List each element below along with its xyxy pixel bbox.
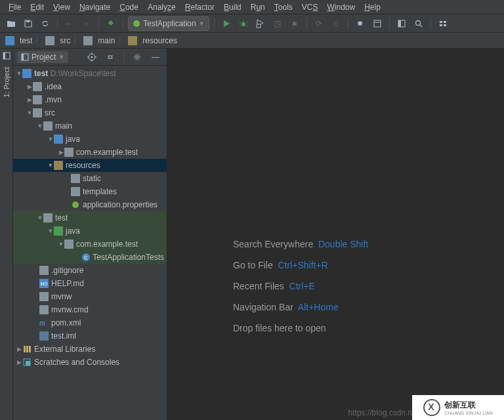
menu-bar: File Edit View Navigate Code Analyze Ref…: [0, 0, 504, 14]
panel-title-label: Project: [32, 52, 56, 62]
project-panel: Project ▼ — test D:\WorkSpace\test .idea…: [13, 49, 167, 420]
watermark-url: https://blog.csdn.n: [348, 408, 412, 417]
forward-icon[interactable]: →: [79, 16, 94, 31]
tree-node[interactable]: mvnw: [13, 290, 167, 303]
menu-analyze[interactable]: Analyze: [143, 1, 180, 14]
breadcrumb-item[interactable]: test: [5, 36, 32, 45]
vcs-icon[interactable]: ⎌: [329, 16, 343, 31]
menu-refactor[interactable]: Refactor: [180, 1, 219, 14]
menu-build[interactable]: Build: [219, 1, 246, 14]
tree-node-selected[interactable]: resources: [13, 159, 167, 172]
tool-tab-project[interactable]: 1: Project: [3, 64, 10, 100]
maven-icon: m: [39, 318, 49, 327]
tree-scratches[interactable]: Scratches and Consoles: [13, 356, 167, 369]
tree-node[interactable]: .idea: [13, 80, 167, 93]
library-icon: [22, 345, 32, 354]
tree-node[interactable]: com.example.test: [13, 238, 167, 251]
tree-node[interactable]: .mvn: [13, 93, 167, 106]
tree-node[interactable]: java: [13, 133, 167, 146]
locate-icon[interactable]: [85, 50, 99, 64]
menu-navigate[interactable]: Navigate: [75, 1, 115, 14]
tree-node[interactable]: com.example.test: [13, 146, 167, 159]
svg-rect-33: [29, 346, 31, 352]
tree-node[interactable]: test.iml: [13, 329, 167, 343]
hide-icon[interactable]: —: [148, 50, 163, 64]
search-icon[interactable]: [411, 16, 426, 31]
menu-code[interactable]: Code: [115, 1, 143, 14]
svg-rect-17: [22, 54, 24, 60]
build-icon[interactable]: [104, 16, 118, 31]
gear-icon[interactable]: [130, 50, 144, 64]
breadcrumb-item[interactable]: resources: [128, 36, 177, 45]
svg-point-2: [242, 22, 245, 26]
tree-node[interactable]: application.properties: [13, 198, 167, 211]
menu-view[interactable]: View: [49, 1, 75, 14]
tree-node[interactable]: test: [13, 211, 167, 224]
coverage-icon[interactable]: [253, 16, 268, 31]
back-icon[interactable]: ←: [62, 16, 77, 31]
menu-window[interactable]: Window: [322, 1, 360, 14]
menu-file[interactable]: File: [4, 1, 26, 14]
stop-icon[interactable]: ■: [287, 16, 302, 31]
breadcrumb-item[interactable]: src: [45, 36, 70, 45]
open-icon[interactable]: [4, 16, 18, 31]
svg-rect-12: [440, 24, 442, 26]
hint-label: Search Everywhere: [233, 239, 313, 249]
save-icon[interactable]: [21, 16, 35, 31]
more-icon[interactable]: [436, 16, 450, 31]
tree-node[interactable]: MDHELP.md: [13, 277, 167, 290]
tree-node[interactable]: CTestApplicationTests: [13, 251, 167, 264]
run-icon[interactable]: [219, 16, 234, 31]
svg-rect-11: [444, 21, 446, 23]
breadcrumb: test 〉 src 〉 main 〉 resources: [0, 33, 504, 49]
menu-help[interactable]: Help: [360, 1, 385, 14]
project-tool-icon[interactable]: [2, 51, 11, 60]
svg-rect-4: [374, 20, 381, 27]
menu-edit[interactable]: Edit: [26, 1, 49, 14]
breadcrumb-item[interactable]: main: [83, 36, 115, 45]
tree-node[interactable]: templates: [13, 185, 167, 198]
tree-node[interactable]: main: [13, 119, 167, 133]
tree-node[interactable]: static: [13, 172, 167, 185]
tree-node[interactable]: mvnw.cmd: [13, 303, 167, 316]
sync-icon[interactable]: [38, 16, 52, 31]
hint-label: Recent Files: [233, 281, 284, 291]
java-class-icon: C: [81, 253, 91, 262]
toolbar: ← → TestApplication ▼ ◳ ■ ⟳ ⎌: [0, 14, 504, 33]
welcome-hints: Search Everywhere Double Shift Go to Fil…: [233, 239, 368, 344]
run-configuration-label: TestApplication: [143, 19, 196, 28]
menu-tools[interactable]: Tools: [270, 1, 297, 14]
tree-root[interactable]: test D:\WorkSpace\test: [13, 67, 167, 80]
tree-external-libs[interactable]: External Libraries: [13, 343, 167, 356]
editor-area[interactable]: Search Everywhere Double Shift Go to Fil…: [167, 49, 504, 420]
panel-icon: [21, 53, 29, 61]
svg-rect-0: [26, 20, 30, 22]
svg-text:m: m: [39, 320, 45, 327]
layout-icon[interactable]: [394, 16, 409, 31]
tree-node[interactable]: src: [13, 106, 167, 119]
svg-rect-31: [24, 346, 26, 352]
menu-vcs[interactable]: VCS: [297, 1, 323, 14]
svg-point-1: [133, 20, 140, 27]
svg-rect-15: [3, 52, 5, 59]
project-tree[interactable]: test D:\WorkSpace\test .idea .mvn src ma…: [13, 66, 167, 420]
svg-point-25: [72, 201, 79, 208]
tree-node[interactable]: .gitignore: [13, 264, 167, 277]
profile-icon[interactable]: ◳: [270, 16, 285, 31]
spring-leaf-icon: [71, 200, 80, 209]
collapse-icon[interactable]: [103, 50, 117, 64]
tree-node[interactable]: mpom.xml: [13, 316, 167, 329]
run-configuration-dropdown[interactable]: TestApplication ▼: [128, 16, 209, 31]
tree-node[interactable]: java: [13, 224, 167, 238]
debug-icon[interactable]: [236, 16, 251, 31]
hint-shortcut: Ctrl+Shift+R: [278, 260, 327, 270]
spring-icon: [133, 20, 140, 28]
chevron-down-icon: ▼: [58, 54, 64, 60]
panel-view-dropdown[interactable]: Project ▼: [17, 51, 68, 63]
hint-shortcut: Ctrl+E: [289, 281, 315, 291]
update-icon[interactable]: ⟳: [312, 16, 326, 31]
structure-icon[interactable]: [370, 16, 385, 31]
menu-run[interactable]: Run: [246, 1, 270, 14]
brand-watermark: 创新互联 CHUANG XIN HU LIAN: [412, 395, 504, 420]
settings-icon[interactable]: [353, 16, 368, 31]
